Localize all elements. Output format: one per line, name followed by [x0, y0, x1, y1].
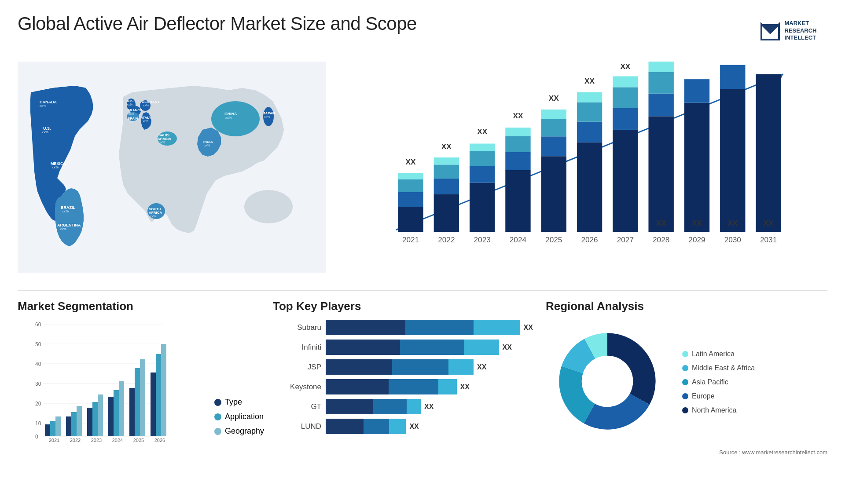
reg-dot-asia-pacific	[682, 379, 688, 385]
svg-rect-125	[87, 408, 92, 436]
reg-legend-europe: Europe	[682, 392, 755, 400]
svg-rect-119	[45, 424, 50, 436]
legend-label-type: Type	[225, 398, 242, 407]
svg-rect-86	[684, 79, 709, 103]
svg-point-148	[582, 356, 633, 407]
world-map-svg: CANADA xx% U.S. xx% MEXICO xx% BRAZIL xx…	[18, 57, 326, 277]
reg-label-asia-pacific: Asia Pacific	[692, 378, 728, 386]
svg-text:2024: 2024	[112, 438, 123, 443]
svg-text:2029: 2029	[688, 235, 705, 244]
svg-text:2022: 2022	[70, 438, 81, 443]
svg-rect-135	[156, 354, 161, 436]
player-row-lund: LUND XX	[273, 419, 537, 434]
player-bar-jsp: XX	[326, 359, 537, 375]
page-title: Global Active Air Deflector Market Size …	[18, 13, 417, 34]
svg-text:2026: 2026	[154, 438, 165, 443]
svg-text:xx%: xx%	[40, 104, 46, 108]
legend-dot-application	[214, 413, 221, 420]
svg-rect-132	[135, 368, 140, 436]
top-section: CANADA xx% U.S. xx% MEXICO xx% BRAZIL xx…	[18, 57, 827, 277]
svg-text:xx%: xx%	[204, 144, 210, 147]
svg-rect-53	[434, 164, 459, 179]
svg-rect-77	[613, 108, 638, 130]
svg-text:2023: 2023	[91, 438, 102, 443]
header: Global Active Air Deflector Market Size …	[18, 13, 827, 48]
svg-text:JAPAN: JAPAN	[263, 111, 275, 115]
svg-rect-81	[648, 116, 673, 232]
svg-text:0: 0	[35, 434, 38, 440]
svg-text:2021: 2021	[402, 235, 419, 244]
svg-rect-85	[684, 103, 709, 232]
legend-dot-geography	[214, 428, 221, 435]
svg-text:XX: XX	[477, 127, 487, 136]
svg-rect-127	[98, 394, 103, 436]
svg-text:U.K.: U.K.	[127, 99, 134, 103]
legend-item-geography: Geography	[214, 427, 264, 436]
player-name-gt: GT	[273, 402, 321, 411]
svg-text:2022: 2022	[438, 235, 455, 244]
svg-text:2030: 2030	[724, 235, 741, 244]
seg-chart-svg: 60 50 40 30 20 10 0	[18, 320, 176, 443]
svg-text:2025: 2025	[133, 438, 144, 443]
svg-text:GERMANY: GERMANY	[142, 100, 160, 104]
segmentation-legend: Type Application Geography	[214, 398, 264, 445]
svg-text:30: 30	[35, 381, 41, 387]
svg-rect-89	[756, 74, 781, 232]
svg-rect-58	[470, 151, 495, 166]
svg-rect-126	[92, 402, 98, 436]
svg-rect-133	[140, 359, 145, 436]
logo-icon	[759, 20, 781, 42]
svg-rect-74	[577, 92, 602, 102]
svg-text:xx%: xx%	[143, 120, 148, 123]
svg-rect-123	[71, 412, 77, 436]
reg-label-latin-america: Latin America	[692, 350, 735, 358]
svg-text:10: 10	[35, 420, 41, 427]
player-name-keystone: Keystone	[273, 383, 321, 391]
reg-dot-north-america	[682, 407, 688, 413]
svg-text:XX: XX	[727, 219, 738, 227]
segmentation-section: Market Segmentation 60 50 40 30 20 10 0	[18, 299, 264, 456]
reg-legend-north-america: North America	[682, 406, 755, 414]
svg-text:AFRICA: AFRICA	[149, 211, 162, 215]
svg-text:XX: XX	[764, 219, 774, 227]
player-name-subaru: Subaru	[273, 323, 321, 332]
svg-text:2027: 2027	[617, 235, 634, 244]
regional-section: Regional Analysis	[546, 299, 827, 456]
svg-text:XX: XX	[406, 157, 416, 166]
svg-text:SPAIN: SPAIN	[128, 117, 138, 121]
svg-rect-121	[55, 416, 61, 436]
svg-rect-64	[505, 128, 530, 136]
svg-rect-78	[613, 87, 638, 108]
svg-rect-72	[577, 122, 602, 142]
svg-text:xx%: xx%	[150, 215, 156, 218]
svg-rect-67	[541, 136, 566, 156]
legend-dot-type	[214, 399, 221, 406]
player-val-keystone: XX	[460, 383, 470, 391]
svg-rect-49	[398, 173, 423, 179]
player-row-infiniti: Infiniti XX	[273, 340, 537, 355]
svg-rect-48	[398, 179, 423, 192]
map-container: CANADA xx% U.S. xx% MEXICO xx% BRAZIL xx…	[18, 57, 326, 277]
player-row-keystone: Keystone XX	[273, 379, 537, 394]
reg-label-mea: Middle East & Africa	[692, 364, 755, 372]
source-text: Source : www.marketresearchintellect.com	[546, 449, 827, 456]
reg-dot-mea	[682, 365, 688, 371]
svg-text:xx%: xx%	[264, 115, 270, 118]
reg-label-europe: Europe	[692, 392, 715, 400]
svg-text:xx%: xx%	[52, 165, 59, 169]
reg-legend-asia-pacific: Asia Pacific	[682, 378, 755, 386]
svg-text:xx%: xx%	[143, 104, 149, 107]
svg-text:60: 60	[35, 321, 41, 328]
svg-text:2021: 2021	[49, 438, 59, 443]
player-name-infiniti: Infiniti	[273, 343, 321, 352]
player-name-jsp: JSP	[273, 363, 321, 372]
page-container: Global Active Air Deflector Market Size …	[0, 0, 845, 504]
svg-text:50: 50	[35, 341, 41, 347]
svg-rect-76	[613, 130, 638, 232]
svg-text:xx%: xx%	[225, 116, 232, 120]
svg-text:xx%: xx%	[127, 103, 132, 106]
svg-text:2023: 2023	[474, 235, 491, 244]
svg-text:40: 40	[35, 361, 41, 367]
svg-rect-122	[66, 416, 71, 436]
legend-item-type: Type	[214, 398, 264, 407]
